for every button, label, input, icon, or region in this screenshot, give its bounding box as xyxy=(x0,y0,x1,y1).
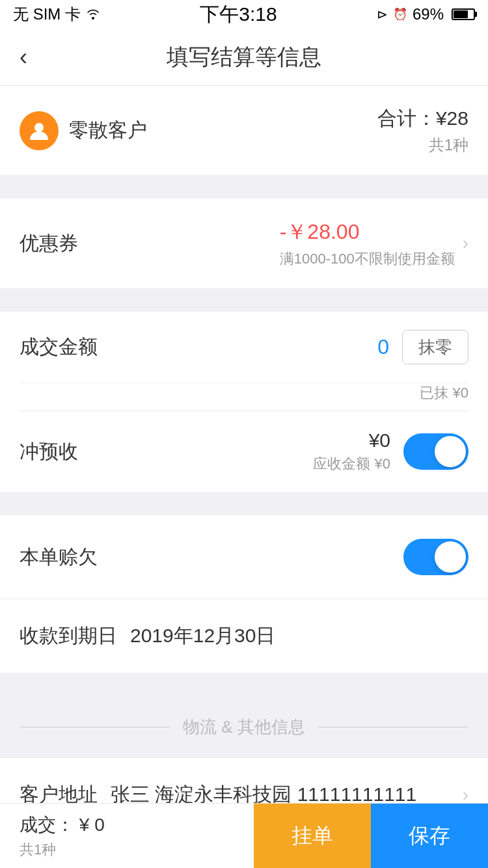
bottom-deal-label: 成交： ¥ 0 xyxy=(20,813,234,837)
address-chevron-icon: › xyxy=(463,785,468,806)
prepay-right: ¥0 应收金额 ¥0 xyxy=(313,429,468,474)
section-gap-3 xyxy=(0,502,488,515)
bottom-deal-amount: ¥ 0 xyxy=(79,815,105,835)
main-content: 零散客户 合计：¥28 共1种 优惠券 -￥28.00 满1000-100不限制… xyxy=(0,86,488,868)
logistics-section: 物流 & 其他信息 xyxy=(0,696,488,758)
logistics-text: 物流 & 其他信息 xyxy=(183,716,305,739)
hold-button[interactable]: 挂单 xyxy=(254,804,371,868)
prepay-values: ¥0 应收金额 ¥0 xyxy=(313,429,390,474)
alarm-icon: ⏰ xyxy=(393,7,407,21)
coupon-row[interactable]: 优惠券 -￥28.00 满1000-100不限制使用金额 › xyxy=(0,198,488,288)
battery-percent: 69% xyxy=(413,5,444,23)
status-time: 下午3:18 xyxy=(200,1,277,28)
debt-toggle[interactable] xyxy=(403,539,468,575)
save-button[interactable]: 保存 xyxy=(371,804,488,868)
status-left: 无 SIM 卡 xyxy=(13,4,100,25)
customer-row: 零散客户 合计：¥28 共1种 xyxy=(0,86,488,175)
debt-toggle-knob xyxy=(435,541,466,573)
debt-label: 本单赊欠 xyxy=(20,544,98,571)
battery-icon xyxy=(452,8,475,20)
deal-amount-label: 成交金额 xyxy=(20,334,98,360)
customer-name: 零散客户 xyxy=(69,117,147,144)
round-zero-button[interactable]: 抹零 xyxy=(402,330,468,364)
deal-amount-row: 成交金额 0 抹零 xyxy=(20,312,468,383)
due-date-row: 收款到期日 2019年12月30日 xyxy=(0,599,488,673)
svg-point-0 xyxy=(34,123,44,132)
section-gap-1 xyxy=(0,185,488,198)
section-gap-4 xyxy=(0,683,488,696)
customer-right: 合计：¥28 共1种 xyxy=(377,105,468,156)
total-amount: 合计：¥28 xyxy=(377,105,468,132)
logistics-line-left xyxy=(20,727,170,727)
logistics-line: 物流 & 其他信息 xyxy=(20,716,468,739)
prepay-toggle[interactable] xyxy=(403,433,468,470)
prepay-sub: 应收金额 ¥0 xyxy=(313,454,390,474)
coupon-values: -￥28.00 满1000-100不限制使用金额 xyxy=(280,218,455,269)
due-date-value: 2019年12月30日 xyxy=(130,623,275,649)
deal-amount-value: 0 xyxy=(377,335,389,359)
location-icon: ⊳ xyxy=(377,7,388,22)
back-button[interactable]: ‹ xyxy=(20,44,27,71)
status-right: ⊳ ⏰ 69% xyxy=(377,5,475,23)
customer-section: 零散客户 合计：¥28 共1种 xyxy=(0,86,488,175)
toggle-knob xyxy=(435,436,466,467)
customer-left: 零散客户 xyxy=(20,111,147,150)
network-label: 无 SIM 卡 xyxy=(13,4,81,25)
user-icon xyxy=(27,119,51,142)
chevron-right-icon: › xyxy=(463,233,468,254)
due-date-label: 收款到期日 xyxy=(20,623,117,649)
coupon-label: 优惠券 xyxy=(20,230,78,257)
debt-row: 本单赊欠 xyxy=(0,515,488,599)
prepay-section: 冲预收 ¥0 应收金额 ¥0 xyxy=(0,411,488,492)
deal-amount-right: 0 抹零 xyxy=(377,330,468,364)
deal-amount-section: 成交金额 0 抹零 已抹 ¥0 xyxy=(0,312,488,411)
coupon-section[interactable]: 优惠券 -￥28.00 满1000-100不限制使用金额 › xyxy=(0,198,488,288)
coupon-discount: -￥28.00 xyxy=(280,218,455,247)
customer-avatar xyxy=(20,111,59,150)
deal-amount-sub: 已抹 ¥0 xyxy=(20,383,468,411)
coupon-description: 满1000-100不限制使用金额 xyxy=(280,249,455,269)
bottom-count: 共1种 xyxy=(20,840,234,860)
wifi-icon xyxy=(86,5,100,23)
prepay-label: 冲预收 xyxy=(20,439,78,465)
logistics-line-right xyxy=(318,727,468,727)
bottom-bar: 成交： ¥ 0 共1种 挂单 保存 xyxy=(0,803,488,868)
status-bar: 无 SIM 卡 下午3:18 ⊳ ⏰ 69% xyxy=(0,0,488,29)
bottom-summary: 成交： ¥ 0 共1种 xyxy=(0,804,254,868)
section-gap-2 xyxy=(0,299,488,312)
total-count: 共1种 xyxy=(377,135,468,156)
prepay-row: 冲预收 ¥0 应收金额 ¥0 xyxy=(0,411,488,492)
nav-bar: ‹ 填写结算等信息 xyxy=(0,29,488,86)
debt-section: 本单赊欠 收款到期日 2019年12月30日 xyxy=(0,515,488,673)
prepay-amount: ¥0 xyxy=(313,429,390,452)
coupon-right: -￥28.00 满1000-100不限制使用金额 › xyxy=(280,218,468,269)
page-title: 填写结算等信息 xyxy=(167,42,321,72)
bottom-deal-text: 成交： xyxy=(20,815,74,835)
